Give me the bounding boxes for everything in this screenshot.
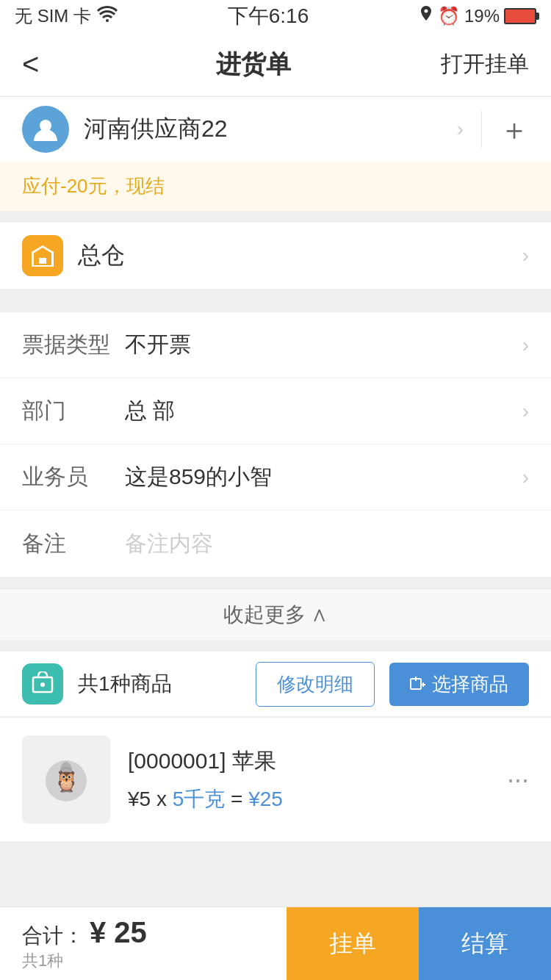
page-title: 进货单 [216,48,291,82]
total-label: 合计： ¥ 25 [22,916,287,950]
alarm-icon: ⏰ [438,6,460,26]
total-section: 合计： ¥ 25 共1种 [0,907,287,980]
add-button[interactable]: ＋ [500,109,529,150]
product-equals: = [231,788,248,810]
invoice-chevron-icon: › [522,334,529,357]
product-title-text: 苹果 [232,749,276,773]
product-qty: 5千克 [173,788,226,810]
supplier-row[interactable]: 河南供应商22 › ＋ [0,97,551,162]
collapse-button[interactable]: 收起更多 ∧ [0,588,551,640]
collapse-label: 收起更多 ∧ [223,601,328,629]
svg-point-2 [40,682,45,687]
alert-row: 应付-20元，现结 [0,162,551,211]
bottom-bar: 合计： ¥ 25 共1种 挂单 结算 [0,907,551,980]
invoice-row[interactable]: 票据类型 不开票 › [0,312,551,378]
battery-icon [504,8,536,24]
product-info: [0000001] 苹果 ¥5 x 5千克 = ¥25 [128,746,507,813]
status-time: 下午6:16 [228,2,309,30]
nav-bar: < 进货单 打开挂单 [0,32,551,97]
supplier-name: 河南供应商22 [84,113,457,145]
salesman-chevron-icon: › [522,466,529,489]
product-total: ¥25 [248,788,283,810]
hang-button[interactable]: 挂单 [287,907,419,980]
supplier-avatar [22,106,69,153]
warehouse-icon-bg [22,235,63,276]
salesman-value: 这是859的小智 [110,462,522,492]
select-product-button[interactable]: 选择商品 [389,663,529,706]
product-thumbnail: 🦉 [22,735,110,824]
salesman-row[interactable]: 业务员 这是859的小智 › [0,444,551,511]
product-id: [0000001] [128,749,226,773]
product-name: [0000001] 苹果 [128,746,507,777]
status-right: ⏰ 19% [419,6,536,26]
battery-percent: 19% [464,6,500,26]
product-more-button[interactable]: ··· [507,764,529,795]
dept-value: 总 部 [110,396,522,426]
supplier-divider [481,111,482,148]
warehouse-section: 总仓 › [0,223,551,289]
warehouse-row[interactable]: 总仓 › [0,223,551,289]
note-row[interactable]: 备注 备注内容 [0,511,551,577]
select-product-label: 选择商品 [432,671,508,697]
open-pending-button[interactable]: 打开挂单 [441,49,529,79]
svg-text:🦉: 🦉 [54,769,79,793]
total-text: 合计： [22,922,84,950]
product-item: 🦉 [0000001] 苹果 ¥5 x 5千克 = ¥25 ··· [0,718,551,841]
dept-chevron-icon: › [522,400,529,423]
product-price: ¥5 x 5千克 = ¥25 [128,785,507,813]
supplier-chevron-icon: › [457,118,464,141]
invoice-label: 票据类型 [22,330,110,360]
dept-label: 部门 [22,396,110,426]
dept-row[interactable]: 部门 总 部 › [0,378,551,444]
product-multiply: x [156,788,173,810]
salesman-label: 业务员 [22,462,110,492]
invoice-value: 不开票 [110,330,522,360]
product-unit-price: ¥5 [128,788,151,810]
status-bar: 无 SIM 卡 下午6:16 ⏰ 19% [0,0,551,32]
supplier-section: 河南供应商22 › ＋ 应付-20元，现结 [0,97,551,211]
status-left: 无 SIM 卡 [15,4,118,28]
checkout-button[interactable]: 结算 [419,907,551,980]
total-amount: ¥ 25 [90,916,147,949]
carrier-label: 无 SIM 卡 [15,4,91,28]
edit-detail-button[interactable]: 修改明细 [256,662,375,707]
wifi-icon [97,6,118,26]
product-header: 共1种商品 修改明细 选择商品 [0,652,551,716]
product-count-label: 共1种商品 [78,670,241,698]
form-section: 票据类型 不开票 › 部门 总 部 › 业务员 这是859的小智 › 备注 备注… [0,312,551,577]
product-count-icon-bg [22,663,63,705]
back-button[interactable]: < [22,48,66,81]
action-buttons: 挂单 结算 [287,907,551,980]
note-placeholder[interactable]: 备注内容 [110,529,529,559]
warehouse-name: 总仓 [78,239,522,272]
location-icon [419,6,433,26]
warehouse-chevron-icon: › [522,244,529,267]
note-label: 备注 [22,529,110,559]
total-sub: 共1种 [22,950,287,972]
